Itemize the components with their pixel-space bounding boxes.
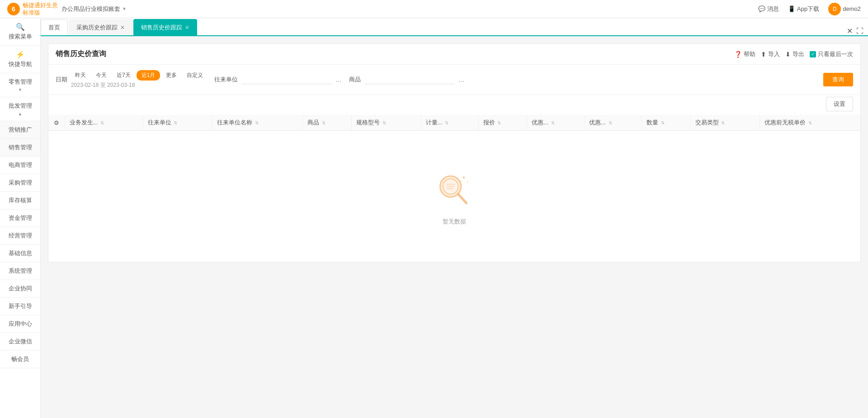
settings-button[interactable]: 设置	[826, 97, 853, 111]
product-dots-icon[interactable]: ...	[458, 76, 464, 84]
sidebar-item-quicknav[interactable]: ⚡ 快捷导航	[0, 46, 40, 73]
date-btn-last7days[interactable]: 近7天	[113, 70, 135, 81]
sort-discount2-icon: ⇅	[609, 120, 612, 125]
date-btn-more[interactable]: 更多	[162, 70, 181, 81]
sort-spec-icon: ⇅	[382, 120, 386, 125]
sidebar-item-wholesale[interactable]: 批发管理 ▲	[0, 97, 40, 121]
sidebar-item-purchase[interactable]: 采购管理	[0, 174, 40, 192]
tabbar-expand-icon[interactable]: ⛶	[856, 27, 863, 35]
col-quantity[interactable]: 数量 ⇅	[642, 115, 690, 131]
help-icon: ❓	[734, 51, 742, 58]
page-header-actions: ❓ 帮助 ⬆ 导入 ⬇ 导出 ✓ 只看最后一次	[734, 50, 853, 58]
tabbar-close-icon[interactable]: ✕	[847, 27, 853, 35]
col-spec[interactable]: 规格型号 ⇅	[351, 115, 421, 131]
product-filter-group: 商品 ...	[349, 75, 464, 84]
topbar-right: 💬 消息 📱 App下载 D demo2	[758, 3, 861, 15]
tab-home[interactable]: 首页	[41, 19, 68, 35]
sidebar-item-system[interactable]: 系统管理	[0, 262, 40, 280]
date-btn-yesterday[interactable]: 昨天	[71, 70, 90, 81]
tab-purchase-history-close-icon[interactable]: ✕	[120, 24, 125, 31]
sort-quantity-icon: ⇅	[661, 120, 665, 125]
show-last-checkbox[interactable]: ✓	[810, 51, 816, 57]
sidebar-item-operations[interactable]: 经营管理	[0, 227, 40, 245]
sort-discount1-icon: ⇅	[551, 120, 555, 125]
col-discount2[interactable]: 优惠... ⇅	[585, 115, 642, 131]
help-action[interactable]: ❓ 帮助	[734, 50, 755, 58]
col-trade-type[interactable]: 交易类型 ⇅	[690, 115, 760, 131]
tab-sales-history[interactable]: 销售历史价跟踪 ✕	[133, 19, 197, 35]
user-avatar: D	[828, 3, 841, 15]
tab-purchase-history[interactable]: 采购历史价跟踪 ✕	[69, 19, 132, 35]
quicknav-icon: ⚡	[16, 50, 25, 59]
sidebar-item-retail[interactable]: 零售管理 ▼	[0, 73, 40, 97]
page-header: 销售历史价查询 ❓ 帮助 ⬆ 导入 ⬇ 导出	[48, 44, 860, 65]
app-download-action[interactable]: 📱 App下载	[788, 5, 819, 13]
col-partner-code[interactable]: 往来单位 ⇅	[143, 115, 212, 131]
message-icon: 💬	[758, 5, 765, 12]
sort-biz-date-icon: ⇅	[100, 120, 104, 125]
sidebar-item-newbie[interactable]: 新手引导	[0, 298, 40, 315]
message-action[interactable]: 💬 消息	[758, 5, 779, 13]
col-product[interactable]: 商品 ⇅	[303, 115, 352, 131]
page-title: 销售历史价查询	[56, 49, 106, 59]
sidebar-item-enterprise[interactable]: 企业协同	[0, 280, 40, 298]
user-area[interactable]: D demo2	[828, 3, 861, 15]
export-icon: ⬇	[785, 51, 791, 58]
content-area: 首页 采购历史价跟踪 ✕ 销售历史价跟踪 ✕ ✕ ⛶ 销售历史价查询	[41, 18, 868, 418]
tabbar-right: ✕ ⛶	[842, 27, 868, 35]
import-icon: ⬆	[761, 51, 766, 58]
col-settings[interactable]: ⚙	[48, 115, 65, 131]
date-btn-custom[interactable]: 自定义	[183, 70, 207, 81]
sort-partner-code-icon: ⇅	[174, 120, 177, 125]
logo-area: 6 畅捷通好生意 标准版	[7, 2, 58, 16]
sort-trade-type-icon: ⇅	[721, 120, 725, 125]
main-layout: 🔍 搜索菜单 ⚡ 快捷导航 零售管理 ▼ 批发管理 ▲ 营销推广 销售管理 电商…	[0, 18, 868, 418]
import-action[interactable]: ⬆ 导入	[761, 50, 780, 58]
partner-input[interactable]	[241, 75, 332, 84]
date-filter-group: 日期 昨天 今天 近7天 近1月 更多 自定义 2023-02-18 至 202…	[56, 70, 207, 89]
sidebar-item-member[interactable]: 畅会员	[0, 351, 40, 368]
date-btn-last1month[interactable]: 近1月	[137, 70, 160, 81]
page-content: 销售历史价查询 ❓ 帮助 ⬆ 导入 ⬇ 导出	[41, 36, 868, 418]
sidebar-item-appstore[interactable]: 应用中心	[0, 315, 40, 333]
col-biz-date[interactable]: 业务发生... ⇅	[65, 115, 143, 131]
show-last-checkbox-label[interactable]: ✓ 只看最后一次	[810, 50, 853, 58]
col-discount1[interactable]: 优惠... ⇅	[527, 115, 585, 131]
col-quote[interactable]: 报价 ⇅	[478, 115, 527, 131]
sidebar-item-finance[interactable]: 资金管理	[0, 209, 40, 227]
sidebar-item-basic[interactable]: 基础信息	[0, 245, 40, 262]
svg-point-7	[467, 181, 468, 183]
sidebar-item-ecommerce[interactable]: 电商管理	[0, 157, 40, 174]
date-buttons: 昨天 今天 近7天 近1月 更多 自定义	[71, 70, 207, 81]
sidebar-item-search[interactable]: 🔍 搜索菜单	[0, 18, 40, 46]
date-range-display: 2023-02-18 至 2023-03-18	[71, 81, 207, 89]
main-card: 销售历史价查询 ❓ 帮助 ⬆ 导入 ⬇ 导出	[48, 43, 861, 262]
wholesale-arrow-icon: ▲	[18, 111, 23, 116]
svg-point-8	[461, 180, 462, 182]
tab-sales-history-close-icon[interactable]: ✕	[185, 24, 189, 31]
sidebar-item-marketing[interactable]: 营销推广	[0, 121, 40, 139]
partner-dots-icon[interactable]: ...	[335, 76, 341, 84]
product-input[interactable]	[364, 75, 455, 84]
app-selector[interactable]: 办公用品行业模拟账套 ▼	[61, 5, 127, 13]
empty-state: 暂无数据	[48, 131, 860, 262]
col-unit[interactable]: 计量... ⇅	[421, 115, 478, 131]
sidebar-item-inventory[interactable]: 库存核算	[0, 192, 40, 209]
empty-illustration-icon	[432, 167, 477, 212]
partner-filter-group: 往来单位 ...	[214, 75, 341, 84]
export-action[interactable]: ⬇ 导出	[785, 50, 804, 58]
filter-area: 日期 昨天 今天 近7天 近1月 更多 自定义 2023-02-18 至 202…	[48, 65, 860, 95]
query-button[interactable]: 查询	[823, 73, 853, 86]
topbar: 6 畅捷通好生意 标准版 办公用品行业模拟账套 ▼ 💬 消息 📱 App下载 D…	[0, 0, 868, 18]
sidebar-item-wxwork[interactable]: 企业微信	[0, 333, 40, 351]
sidebar-item-sales[interactable]: 销售管理	[0, 139, 40, 157]
sidebar: 🔍 搜索菜单 ⚡ 快捷导航 零售管理 ▼ 批发管理 ▲ 营销推广 销售管理 电商…	[0, 18, 41, 418]
col-pre-tax[interactable]: 优惠前无税单价 ⇅	[760, 115, 860, 131]
table-settings-icon[interactable]: ⚙	[54, 119, 59, 126]
svg-line-2	[458, 194, 466, 203]
date-btn-today[interactable]: 今天	[92, 70, 111, 81]
sort-quote-icon: ⇅	[497, 120, 501, 125]
col-partner-name[interactable]: 往来单位名称 ⇅	[212, 115, 303, 131]
table-header-row: ⚙ 业务发生... ⇅ 往来单位 ⇅	[48, 115, 860, 131]
filter-right-actions: 查询	[823, 73, 853, 86]
